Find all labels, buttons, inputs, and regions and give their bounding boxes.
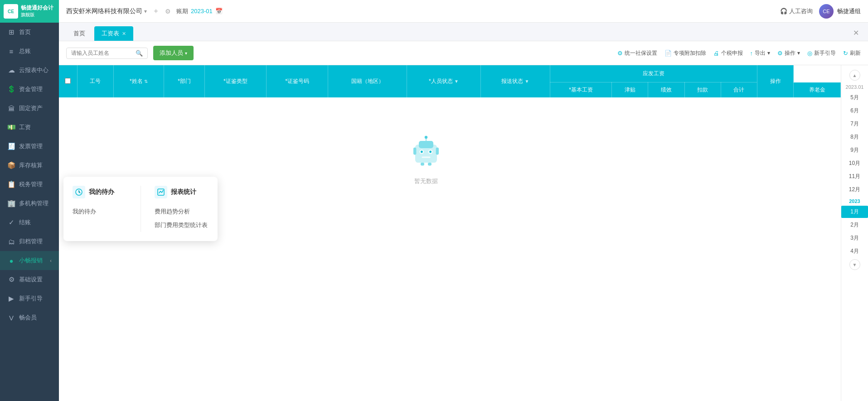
sidebar-item-invoice[interactable]: 🧾 发票管理 bbox=[0, 137, 59, 156]
settings-icon: ⚙ bbox=[7, 275, 15, 284]
operation-chevron-icon: ▾ bbox=[797, 50, 800, 56]
cloud-icon: ☁ bbox=[7, 66, 15, 74]
th-id-num: *证鉴号码 bbox=[266, 65, 328, 97]
svg-rect-8 bbox=[436, 147, 439, 155]
user-info: CE 畅捷通组 bbox=[819, 4, 861, 19]
tax-report-button[interactable]: 🖨 个税申报 bbox=[713, 49, 743, 57]
logo-initials: CE bbox=[8, 9, 14, 14]
panel-up-button[interactable]: ▲ bbox=[849, 70, 860, 81]
app-logo: CE 畅捷通好会计 旗舰版 bbox=[0, 0, 59, 23]
sidebar-item-settlement[interactable]: ✓ 结账 bbox=[0, 213, 59, 232]
tab-close-icon[interactable]: ✕ bbox=[122, 31, 126, 37]
svg-point-5 bbox=[430, 151, 432, 153]
fund-icon: 💲 bbox=[7, 85, 15, 93]
calendar-icon[interactable]: 📅 bbox=[215, 8, 223, 14]
sidebar-item-member[interactable]: V 畅会员 bbox=[0, 308, 59, 327]
refresh-icon: ↻ bbox=[843, 50, 848, 57]
sidebar-item-multi[interactable]: 🏢 多机构管理 bbox=[0, 194, 59, 213]
ledger-icon: ≡ bbox=[7, 48, 15, 55]
popup-divider bbox=[141, 186, 141, 232]
social-insurance-button[interactable]: ⚙ 统一社保设置 bbox=[617, 49, 657, 57]
sidebar-item-settings[interactable]: ⚙ 基础设置 bbox=[0, 270, 59, 289]
sidebar-item-assets[interactable]: 🏛 固定资产 bbox=[0, 99, 59, 118]
svg-rect-6 bbox=[422, 156, 431, 158]
popup-columns: 我的待办 我的待办 报表统计 费用趋势分析 部门费用类型统计表 bbox=[73, 186, 209, 232]
status-filter-icon[interactable]: ▼ bbox=[454, 79, 459, 84]
th-checkbox[interactable] bbox=[59, 65, 77, 97]
sidebar-item-cloud[interactable]: ☁ 云报表中心 bbox=[0, 61, 59, 80]
tabbar: 首页 工资表 ✕ ✕ bbox=[59, 23, 868, 41]
month-5[interactable]: 5月 bbox=[841, 92, 868, 104]
invoice-icon: 🧾 bbox=[7, 142, 15, 150]
popup-item-pending[interactable]: 我的待办 bbox=[73, 205, 127, 218]
sidebar-item-fund[interactable]: 💲 资金管理 bbox=[0, 80, 59, 99]
th-dept: *部门 bbox=[164, 65, 204, 97]
sidebar-item-label: 资金管理 bbox=[19, 85, 43, 93]
th-deduction: 扣款 bbox=[684, 82, 721, 98]
sidebar-item-home[interactable]: ⊞ 首页 bbox=[0, 23, 59, 42]
month-7[interactable]: 7月 bbox=[841, 118, 868, 130]
sidebar-item-tax[interactable]: 📋 税务管理 bbox=[0, 175, 59, 194]
month-11[interactable]: 11月 bbox=[841, 170, 868, 183]
operation-icon: ⚙ bbox=[777, 50, 783, 57]
empty-illustration bbox=[408, 134, 444, 170]
month-2[interactable]: 2月 bbox=[841, 219, 868, 231]
sidebar-item-label: 多机构管理 bbox=[19, 199, 48, 208]
month-8[interactable]: 8月 bbox=[841, 131, 868, 143]
search-input[interactable] bbox=[71, 50, 133, 56]
month-9[interactable]: 9月 bbox=[841, 144, 868, 156]
search-wrap: 🔍 bbox=[66, 48, 148, 59]
th-performance: 绩效 bbox=[648, 82, 684, 98]
special-deduction-button[interactable]: 📄 专项附加扣除 bbox=[664, 49, 706, 57]
sidebar-item-xiaochang[interactable]: ● 小畅报销 ‹ bbox=[0, 251, 59, 270]
select-all-checkbox[interactable] bbox=[65, 78, 71, 84]
company-selector[interactable]: 西安虾米网络科技有限公司 ▾ bbox=[66, 7, 147, 15]
popup-item-dept[interactable]: 部门费用类型统计表 bbox=[155, 218, 209, 232]
export-button[interactable]: ↑ 导出 ▾ bbox=[750, 49, 771, 57]
sidebar-item-ledger[interactable]: ≡ 总账 bbox=[0, 42, 59, 61]
tab-salary[interactable]: 工资表 ✕ bbox=[94, 26, 133, 41]
export-chevron-icon: ▾ bbox=[767, 50, 770, 56]
add-company-icon[interactable]: ＋ bbox=[152, 6, 160, 16]
chevron-down-icon: ▾ bbox=[144, 8, 147, 14]
logo-icon: CE bbox=[4, 4, 18, 19]
month-1-active[interactable]: 1月 bbox=[841, 206, 868, 218]
sidebar-item-label: 库存核算 bbox=[19, 161, 43, 169]
topbar: 西安虾米网络科技有限公司 ▾ ＋ ⚙ 账期 2023-01 📅 🎧 人工咨询 C… bbox=[59, 0, 868, 23]
month-4[interactable]: 4月 bbox=[841, 245, 868, 257]
sidebar-item-salary[interactable]: 💵 工资 bbox=[0, 118, 59, 137]
refresh-button[interactable]: ↻ 刷新 bbox=[843, 49, 861, 57]
sidebar-item-inventory[interactable]: 📦 库存核算 bbox=[0, 156, 59, 175]
month-12[interactable]: 12月 bbox=[841, 184, 868, 196]
home-icon: ⊞ bbox=[7, 28, 15, 36]
operation-button[interactable]: ⚙ 操作 ▾ bbox=[777, 49, 800, 57]
month-6[interactable]: 6月 bbox=[841, 105, 868, 117]
salary-icon: 💵 bbox=[7, 123, 15, 131]
assets-icon: 🏛 bbox=[7, 105, 15, 112]
tab-home[interactable]: 首页 bbox=[66, 26, 92, 41]
popup-item-trend[interactable]: 费用趋势分析 bbox=[155, 205, 209, 218]
month-3[interactable]: 3月 bbox=[841, 232, 868, 244]
special-icon: 📄 bbox=[664, 50, 672, 57]
page-close-button[interactable]: ✕ bbox=[851, 27, 861, 39]
empty-text: 暂无数据 bbox=[414, 177, 438, 185]
month-10[interactable]: 10月 bbox=[841, 157, 868, 169]
support-button[interactable]: 🎧 人工咨询 bbox=[780, 7, 813, 15]
guide-button[interactable]: ◎ 新手引导 bbox=[807, 49, 836, 57]
th-nationality: 国籍（地区） bbox=[328, 65, 407, 97]
report-icon bbox=[155, 186, 167, 198]
svg-rect-9 bbox=[421, 163, 424, 165]
popup-col2-title: 报表统计 bbox=[155, 186, 209, 198]
th-name: *姓名 ⇅ bbox=[113, 65, 164, 97]
sidebar-item-archive[interactable]: 🗂 归档管理 bbox=[0, 232, 59, 251]
member-icon: V bbox=[7, 314, 15, 322]
panel-down-button[interactable]: ▼ bbox=[849, 259, 860, 270]
popup-col-pending: 我的待办 我的待办 bbox=[73, 186, 127, 232]
sidebar: CE 畅捷通好会计 旗舰版 ⊞ 首页 ≡ 总账 ☁ 云报表中心 💲 资金管理 🏛… bbox=[0, 0, 59, 401]
sidebar-item-newguide[interactable]: ▶ 新手引导 bbox=[0, 289, 59, 308]
user-name: 畅捷通组 bbox=[837, 7, 861, 15]
sort-icon[interactable]: ⇅ bbox=[144, 79, 148, 84]
report-filter-icon[interactable]: ▼ bbox=[524, 79, 529, 84]
add-person-button[interactable]: 添加人员 ▾ bbox=[153, 46, 194, 60]
settings-gear-icon[interactable]: ⚙ bbox=[165, 8, 171, 15]
